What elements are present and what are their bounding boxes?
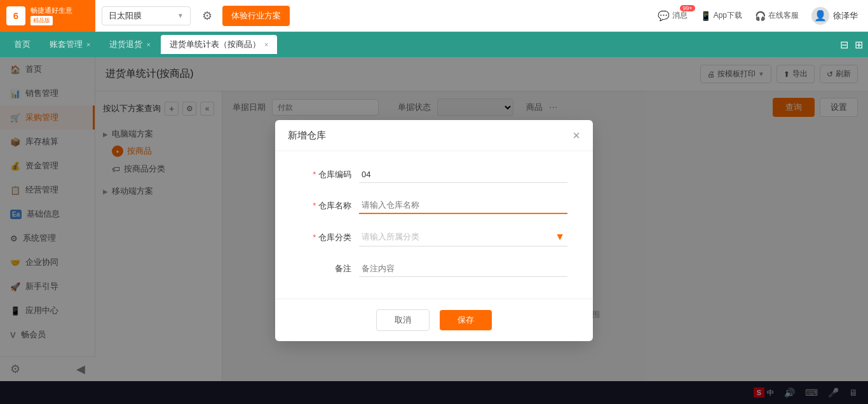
tab-account-close-icon[interactable]: ×: [86, 41, 90, 48]
online-service-label: 在线客服: [768, 10, 799, 21]
cancel-button[interactable]: 取消: [376, 309, 430, 331]
modal: 新增仓库 × * 仓库编码 * 仓库名称: [275, 120, 593, 341]
tab-home-label: 首页: [14, 39, 31, 50]
app-download-button[interactable]: 📱 App下载: [700, 10, 742, 21]
messages-button[interactable]: 💬 消息 99+: [658, 10, 688, 22]
message-icon: 💬: [658, 10, 670, 22]
modal-header: 新增仓库 ×: [275, 120, 593, 151]
logo-badge: 精品版: [31, 16, 53, 25]
remark-input[interactable]: [359, 260, 567, 277]
tab-purchase-stats[interactable]: 进货单统计表（按商品） ×: [161, 35, 277, 54]
logo-text: 畅捷通好生意 精品版: [31, 6, 72, 25]
category-placeholder: 请输入所属分类: [362, 231, 555, 243]
modal-title: 新增仓库: [288, 130, 326, 142]
settings-icon[interactable]: ⚙: [197, 6, 217, 26]
form-label-name: * 仓库名称: [301, 200, 351, 212]
save-button[interactable]: 保存: [440, 310, 492, 330]
modal-footer: 取消 保存: [275, 299, 593, 341]
tab-fullscreen-icon[interactable]: ⊞: [855, 39, 863, 51]
headset-icon: 🎧: [755, 11, 766, 21]
trial-button[interactable]: 体验行业方案: [222, 6, 290, 26]
logo-area: 6 畅捷通好生意 精品版: [0, 0, 95, 32]
store-name: 日太阳膜: [109, 10, 173, 22]
form-row-name: * 仓库名称: [301, 197, 567, 214]
tab-account[interactable]: 账套管理 ×: [41, 35, 99, 54]
modal-close-icon[interactable]: ×: [573, 129, 580, 142]
tab-purchase-return-close-icon[interactable]: ×: [146, 41, 150, 48]
code-input[interactable]: [359, 166, 567, 183]
tab-bar-right: ⊟ ⊞: [840, 39, 863, 51]
name-input[interactable]: [359, 197, 567, 214]
store-selector[interactable]: 日太阳膜 ▼: [102, 6, 191, 25]
user-name: 徐泽华: [833, 10, 858, 22]
tab-home[interactable]: 首页: [5, 35, 39, 54]
app-download-label: App下载: [714, 10, 742, 21]
form-row-code: * 仓库编码: [301, 166, 567, 183]
form-row-category: * 仓库分类 请输入所属分类 ▼: [301, 228, 567, 246]
tab-account-label: 账套管理: [50, 39, 83, 50]
form-row-remark: 备注: [301, 260, 567, 277]
main-layout: 🏠 首页 📊 销售管理 🛒 采购管理 📦 库存核算 💰 资金管理 📋 经营管理 …: [0, 57, 868, 404]
modal-body: * 仓库编码 * 仓库名称 * 仓库: [275, 151, 593, 299]
messages-label: 消息: [672, 10, 688, 21]
tab-purchase-stats-label: 进货单统计表（按商品）: [170, 39, 261, 50]
tab-minimize-icon[interactable]: ⊟: [840, 39, 848, 51]
tab-purchase-return-label: 进货退货: [109, 39, 142, 50]
tab-purchase-stats-close-icon[interactable]: ×: [264, 41, 268, 48]
form-label-remark: 备注: [301, 263, 351, 274]
header-right: 💬 消息 99+ 📱 App下载 🎧 在线客服 👤 徐泽华: [658, 7, 868, 25]
online-service-button[interactable]: 🎧 在线客服: [755, 10, 799, 21]
dropdown-arrow-icon: ▼: [177, 12, 184, 19]
category-dropdown-icon: ▼: [555, 231, 565, 243]
category-selector[interactable]: 请输入所属分类 ▼: [359, 228, 567, 246]
avatar: 👤: [811, 7, 829, 25]
top-header: 6 畅捷通好生意 精品版 日太阳膜 ▼ ⚙ 体验行业方案 💬 消息 99+ 📱 …: [0, 0, 868, 32]
user-profile[interactable]: 👤 徐泽华: [811, 7, 858, 25]
messages-badge: 99+: [680, 5, 695, 11]
logo-icon: 6: [6, 6, 25, 25]
tab-bar: 首页 账套管理 × 进货退货 × 进货单统计表（按商品） × ⊟ ⊞: [0, 32, 868, 57]
phone-icon: 📱: [700, 11, 711, 21]
form-label-category: * 仓库分类: [301, 232, 351, 243]
modal-overlay: 新增仓库 × * 仓库编码 * 仓库名称: [0, 57, 868, 404]
tab-purchase-return[interactable]: 进货退货 ×: [100, 35, 159, 54]
form-label-code: * 仓库编码: [301, 169, 351, 180]
